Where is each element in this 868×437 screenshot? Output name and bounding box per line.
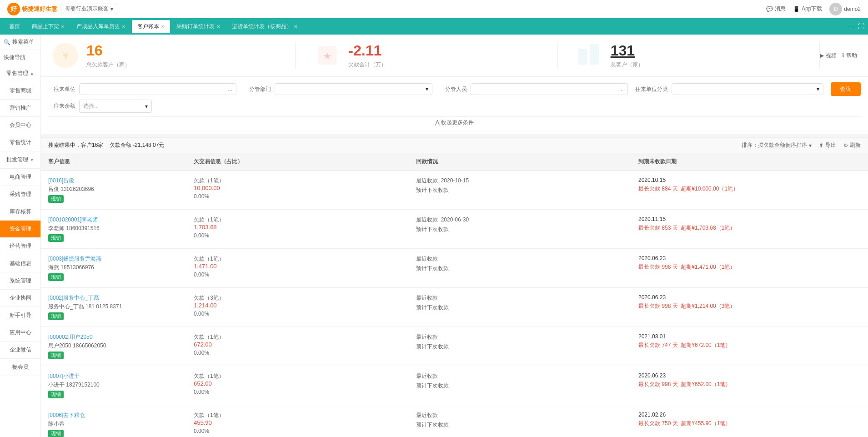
sidebar-item-ecommerce[interactable]: 电商管理: [0, 169, 40, 186]
overdue-info[interactable]: 最长欠款 998 天 超期¥652.00（1笔）: [638, 381, 861, 388]
customer-code[interactable]: [0007]小进干: [48, 372, 194, 380]
due-date: 2020.06.23: [638, 372, 861, 379]
sidebar-item-new-guide[interactable]: 新手引导: [0, 307, 40, 324]
debt-amount[interactable]: 1,214.00: [194, 302, 416, 309]
tab-close-icon[interactable]: ✕: [122, 24, 125, 29]
sidebar-item-retail-stats[interactable]: 零售统计: [0, 134, 40, 151]
overdue-info[interactable]: 最长欠款 750 天 超期¥455.90（1笔）: [638, 420, 861, 427]
tab-purchase-order[interactable]: 采购订单统计表 ✕: [171, 20, 226, 33]
help-button[interactable]: ℹ 帮助: [842, 52, 857, 60]
debt-amount[interactable]: 1,703.68: [194, 224, 416, 231]
source-unit-input[interactable]: ...: [79, 83, 236, 95]
sidebar-item-purchase-mgmt[interactable]: 采购管理: [0, 186, 40, 203]
payment-cell: 最近收款 预计下次收款: [416, 372, 638, 391]
sidebar-item-marketing[interactable]: 营销推广: [0, 100, 40, 117]
sidebar-item-vip-member[interactable]: 畅会员: [0, 359, 40, 376]
balance-select[interactable]: 选择... ▾: [79, 100, 152, 113]
debt-info: 欠款（1笔）: [194, 333, 416, 341]
tab-stock-stats[interactable]: 进货单统计表（按商品） ✕: [226, 20, 303, 33]
overdue-info[interactable]: 最长欠款 884 天 超期¥10,000.00（1笔）: [638, 185, 861, 193]
maximize-icon[interactable]: ⛶: [858, 23, 864, 30]
customer-tag: 现销: [48, 273, 64, 281]
debt-cell: 欠款（1笔） 455.90 0.00%: [194, 411, 416, 435]
customer-code[interactable]: [000002]用户2050: [48, 333, 194, 341]
view-button[interactable]: ▶ 视频: [820, 52, 837, 60]
debt-cell: 欠款（1笔） 10,000.00 0.00%: [194, 176, 416, 201]
sidebar-item-retail-mall[interactable]: 零售商城: [0, 82, 40, 100]
more-icon: ...: [619, 86, 624, 92]
stat-actions: ▶ 视频 ℹ 帮助: [820, 52, 857, 60]
category-select[interactable]: ▾: [672, 83, 823, 95]
stats-bar: ¥ 16 总欠款客户（家） ★ -2.11 欠款合计（万）: [41, 35, 868, 77]
dept-select[interactable]: ▾: [275, 83, 432, 95]
sidebar-item-operations[interactable]: 经营管理: [0, 238, 40, 255]
tab-home[interactable]: 首页: [4, 20, 25, 33]
avatar: D: [829, 3, 842, 15]
chevron-down-icon: ▾: [145, 103, 148, 110]
debt-amount[interactable]: 672.00: [194, 341, 416, 348]
due-cell: 2020.06.23 最长欠款 998 天 超期¥1,471.00（1笔）: [638, 254, 861, 272]
filter-collapse-toggle[interactable]: ⋀ 收起更多条件: [48, 116, 861, 128]
overdue-info[interactable]: 最长欠款 998 天 超期¥1,471.00（1笔）: [638, 263, 861, 271]
sidebar-item-app-center[interactable]: 应用中心: [0, 324, 40, 342]
payment-cell: 最近收款 2020-06-30 预计下次收款: [416, 215, 638, 234]
debt-amount[interactable]: 1,471.00: [194, 263, 416, 270]
sidebar-item-basic-info[interactable]: 基础信息: [0, 255, 40, 272]
minimize-icon[interactable]: —: [848, 23, 854, 30]
sidebar-item-enterprise-collab[interactable]: 企业协同: [0, 290, 40, 307]
tab-close-icon[interactable]: ✕: [161, 24, 165, 29]
top-bar-right: 💬 消息 📱 App下载 D demo2: [766, 3, 861, 15]
customer-code[interactable]: [0003]畅捷服务尹海燕: [48, 255, 194, 263]
debt-info: 欠款（1笔）: [194, 412, 416, 419]
customer-tag: 现销: [48, 430, 64, 437]
sidebar-item-enterprise-wechat[interactable]: 企业微信: [0, 342, 40, 359]
person-input[interactable]: ...: [471, 83, 628, 95]
sidebar-item-member-center[interactable]: 会员中心: [0, 117, 40, 134]
customer-phone: 用户2050 18665062050: [48, 342, 194, 350]
tab-product-history[interactable]: 产成品入库单历史 ✕: [71, 20, 131, 33]
debt-amount[interactable]: 455.90: [194, 419, 416, 426]
customer-code[interactable]: [0001020001]李老师: [48, 216, 194, 224]
tab-product-shelf[interactable]: 商品上下架 ✕: [26, 20, 70, 33]
debt-cell: 欠款（1笔） 1,471.00 0.00%: [194, 254, 416, 279]
customer-code[interactable]: [0016]吕俊: [48, 177, 194, 185]
chevron-down-icon: ▾: [817, 86, 819, 92]
overdue-info[interactable]: 最长欠款 853 天 超期¥1,703.68（1笔）: [638, 224, 861, 232]
customer-code[interactable]: [0002]服务中心_丁磊: [48, 294, 194, 302]
overdue-info[interactable]: 最长欠款 998 天 超期¥1,214.00（3笔）: [638, 302, 861, 310]
query-button[interactable]: 查询: [831, 82, 861, 96]
debt-amount[interactable]: 10,000.00: [194, 185, 416, 191]
app-download-button[interactable]: 📱 App下载: [793, 5, 822, 13]
customer-cell: [0002]服务中心_丁磊 服务中心_丁磊 181 0125 8371 现销: [48, 293, 194, 321]
content-area: ¥ 16 总欠款客户（家） ★ -2.11 欠款合计（万）: [41, 35, 868, 437]
sidebar-item-batch-mgmt[interactable]: 批发管理 ▼: [0, 151, 40, 169]
store-selector[interactable]: 母婴行业演示账套 ▾: [61, 4, 117, 14]
due-date: 2021.03.01: [638, 333, 861, 340]
help-icon: ℹ: [842, 52, 844, 59]
search-menu[interactable]: 🔍 搜索菜单: [0, 35, 40, 50]
sidebar-item-retail-mgmt[interactable]: 零售管理 ▲: [0, 65, 40, 82]
message-button[interactable]: 💬 消息: [766, 5, 786, 13]
overdue-info[interactable]: 最长欠款 747 天 超期¥672.00（1笔）: [638, 342, 861, 349]
debt-cell: 欠款（1笔） 1,703.68 0.00%: [194, 215, 416, 240]
balance-label: 往来余额: [48, 102, 75, 110]
sort-label[interactable]: 排序：按欠款金额倒序排序 ▾: [742, 141, 812, 149]
refresh-button[interactable]: ↻ 刷新: [843, 141, 861, 149]
sidebar-item-capital-mgmt[interactable]: 资金管理: [0, 221, 40, 238]
debt-amount[interactable]: 652.00: [194, 380, 416, 387]
customer-code[interactable]: [0006]去下粮仓: [48, 412, 194, 419]
tab-close-icon[interactable]: ✕: [294, 24, 297, 29]
tab-customer-account[interactable]: 客户账本 ✕: [132, 20, 170, 33]
tab-close-icon[interactable]: ✕: [216, 24, 220, 29]
customer-phone: 海燕 18513066976: [48, 264, 194, 271]
sidebar-item-inventory[interactable]: 库存核算: [0, 203, 40, 221]
tab-close-icon[interactable]: ✕: [61, 24, 65, 29]
sidebar-item-system-mgmt[interactable]: 系统管理: [0, 272, 40, 290]
export-button[interactable]: ⬆ 导出: [819, 141, 836, 149]
quick-nav-label: 快捷导航: [0, 50, 40, 65]
user-menu[interactable]: D demo2: [829, 3, 861, 15]
main-layout: 🔍 搜索菜单 快捷导航 零售管理 ▲ 零售商城 营销推广 会员中心 零售统计 批…: [0, 35, 868, 437]
stat-count-number: 131: [611, 42, 643, 59]
chevron-down-icon: ▾: [110, 6, 113, 12]
dept-label: 分管部门: [244, 85, 271, 93]
